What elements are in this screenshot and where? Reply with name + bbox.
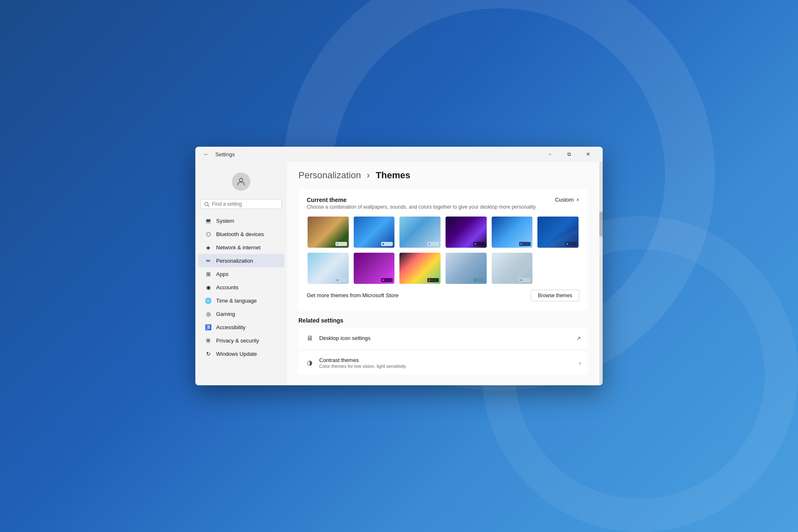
theme-taskbar-11 xyxy=(519,278,531,282)
theme-taskbar-2 xyxy=(381,242,393,246)
sidebar-item-update[interactable]: ↻Windows Update xyxy=(198,347,284,360)
close-button[interactable]: ✕ xyxy=(579,147,598,162)
related-settings-section: Related settings 🖥Desktop icon settings↗… xyxy=(298,317,588,374)
sidebar: 💻System⬡Bluetooth & devices◈Network & in… xyxy=(195,162,287,385)
theme-thumbnail-1[interactable] xyxy=(307,216,350,249)
store-row: Get more themes from Microsoft Store Bro… xyxy=(307,286,579,303)
card-description: Choose a combination of wallpapers, soun… xyxy=(307,204,536,210)
search-input[interactable] xyxy=(212,201,278,207)
theme-thumbnail-5[interactable] xyxy=(491,216,534,249)
browse-themes-button[interactable]: Browse themes xyxy=(531,290,579,301)
nav-list: 💻System⬡Bluetooth & devices◈Network & in… xyxy=(195,214,287,360)
nav-label-network: Network & internet xyxy=(216,244,261,251)
theme-thumbnail-3[interactable] xyxy=(399,216,441,249)
card-title: Current theme xyxy=(307,197,536,203)
update-icon: ↻ xyxy=(204,350,212,357)
theme-taskbar-4 xyxy=(473,242,485,246)
sidebar-item-gaming[interactable]: ◎Gaming xyxy=(198,307,284,320)
theme-taskbar-1 xyxy=(335,242,347,246)
sidebar-item-privacy[interactable]: ⛨Privacy & security xyxy=(198,334,284,347)
nav-label-apps: Apps xyxy=(216,271,229,277)
restore-button[interactable]: ⧉ xyxy=(559,147,579,162)
theme-thumbnail-10[interactable] xyxy=(445,252,488,285)
search-icon xyxy=(204,202,209,207)
nav-label-system: System xyxy=(216,218,234,224)
contrast-themes-description: Color themes for low vision, light sensi… xyxy=(319,364,574,369)
accounts-icon: ◉ xyxy=(204,283,212,291)
window-controls: − ⧉ ✕ xyxy=(540,147,598,162)
related-settings-list: 🖥Desktop icon settings↗◑Contrast themesC… xyxy=(298,328,588,374)
theme-taskbar-8 xyxy=(381,278,393,282)
theme-bg-3 xyxy=(399,217,441,248)
store-text: Get more themes from Microsoft Store xyxy=(307,292,399,298)
svg-line-2 xyxy=(208,205,209,206)
user-icon xyxy=(236,177,246,187)
theme-bg-1 xyxy=(308,217,349,248)
sidebar-item-system[interactable]: 💻System xyxy=(198,214,284,227)
theme-bg-6 xyxy=(537,217,579,248)
scrollbar-track[interactable] xyxy=(599,162,603,385)
theme-thumbnail-8[interactable] xyxy=(353,252,396,285)
related-item-contrast-themes[interactable]: ◑Contrast themesColor themes for low vis… xyxy=(298,351,588,374)
themes-grid xyxy=(307,216,579,285)
theme-taskbar-10 xyxy=(473,278,485,282)
contrast-themes-arrow-icon: › xyxy=(579,360,581,366)
accessibility-icon: ♿ xyxy=(204,323,212,331)
system-icon: 💻 xyxy=(204,217,212,224)
theme-bg-4 xyxy=(446,217,487,248)
contrast-themes-text: Contrast themesColor themes for low visi… xyxy=(319,357,574,369)
minimize-button[interactable]: − xyxy=(540,147,559,162)
breadcrumb-separator: › xyxy=(367,170,370,180)
nav-label-bluetooth: Bluetooth & devices xyxy=(216,231,264,237)
theme-thumbnail-6[interactable] xyxy=(537,216,579,249)
card-title-area: Current theme Choose a combination of wa… xyxy=(307,197,536,210)
sidebar-item-time[interactable]: 🌐Time & language xyxy=(198,294,284,307)
nav-label-time: Time & language xyxy=(216,298,257,304)
theme-taskbar-9 xyxy=(427,278,439,282)
theme-value-selector[interactable]: Custom ∧ xyxy=(555,197,579,203)
bluetooth-icon: ⬡ xyxy=(204,230,212,238)
sidebar-item-accounts[interactable]: ◉Accounts xyxy=(198,281,284,294)
sidebar-item-bluetooth[interactable]: ⬡Bluetooth & devices xyxy=(198,227,284,241)
theme-thumbnail-7[interactable] xyxy=(307,252,350,285)
nav-label-privacy: Privacy & security xyxy=(216,337,259,344)
nav-label-accessibility: Accessibility xyxy=(216,324,246,330)
theme-bg-8 xyxy=(354,253,395,284)
theme-thumbnail-2[interactable] xyxy=(353,216,396,249)
breadcrumb-parent[interactable]: Personalization xyxy=(298,170,361,180)
theme-bg-11 xyxy=(492,253,533,284)
desktop-icons-text: Desktop icon settings xyxy=(319,335,571,341)
card-header: Current theme Choose a combination of wa… xyxy=(307,197,579,210)
theme-thumbnail-4[interactable] xyxy=(445,216,488,249)
breadcrumb: Personalization › Themes xyxy=(298,170,588,181)
avatar[interactable] xyxy=(232,172,250,191)
nav-label-gaming: Gaming xyxy=(216,311,235,317)
related-item-desktop-icons[interactable]: 🖥Desktop icon settings↗ xyxy=(298,328,588,349)
theme-value-label: Custom xyxy=(555,197,574,203)
contrast-themes-icon: ◑ xyxy=(305,358,314,367)
search-box[interactable] xyxy=(200,199,282,209)
sidebar-item-personalization[interactable]: ✏Personalization xyxy=(198,254,284,267)
apps-icon: ⊞ xyxy=(204,270,212,278)
avatar-section xyxy=(195,166,287,199)
theme-taskbar-7 xyxy=(335,278,347,282)
theme-thumbnail-11[interactable] xyxy=(491,252,534,285)
nav-label-personalization: Personalization xyxy=(216,258,253,264)
back-button[interactable]: ← xyxy=(200,148,212,160)
privacy-icon: ⛨ xyxy=(204,337,212,344)
sidebar-item-apps[interactable]: ⊞Apps xyxy=(198,267,284,281)
desktop-icons-arrow-icon: ↗ xyxy=(576,335,581,342)
sidebar-item-accessibility[interactable]: ♿Accessibility xyxy=(198,320,284,334)
settings-window: ← Settings − ⧉ ✕ xyxy=(195,147,603,385)
chevron-up-icon: ∧ xyxy=(576,197,579,202)
sidebar-item-network[interactable]: ◈Network & internet xyxy=(198,241,284,254)
nav-label-update: Windows Update xyxy=(216,351,257,357)
theme-taskbar-6 xyxy=(565,242,577,246)
theme-bg-2 xyxy=(354,217,395,248)
nav-label-accounts: Accounts xyxy=(216,284,238,291)
desktop-icons-icon: 🖥 xyxy=(305,334,314,343)
content-area: Personalization › Themes Current theme C… xyxy=(287,162,599,385)
scrollbar-thumb[interactable] xyxy=(599,212,603,236)
theme-thumbnail-9[interactable] xyxy=(399,252,441,285)
svg-point-0 xyxy=(239,178,243,182)
